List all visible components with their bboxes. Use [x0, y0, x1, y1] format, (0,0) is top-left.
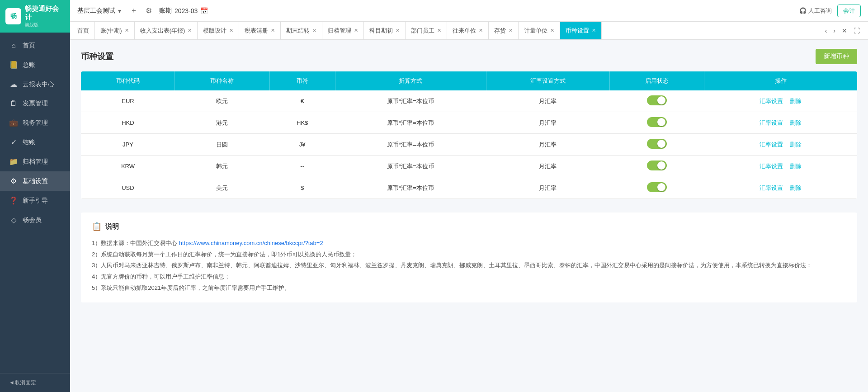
tab-units[interactable]: 往来单位✕ — [447, 22, 489, 39]
enable-toggle-0[interactable] — [647, 95, 667, 105]
cell-code: HKD — [81, 112, 175, 134]
cell-conversion: 原币*汇率=本位币 — [335, 90, 486, 112]
tab-close-currency[interactable]: ✕ — [592, 28, 596, 33]
col-header-启用状态: 启用状态 — [609, 71, 704, 90]
tab-next-button[interactable]: › — [830, 25, 838, 36]
cell-conversion: 原币*汇率=本位币 — [335, 156, 486, 177]
add-tab-button[interactable]: ＋ — [128, 4, 139, 17]
delete-link-3[interactable]: 删除 — [790, 163, 802, 170]
sidebar-item-invoice[interactable]: 🗒 发票管理 — [0, 94, 70, 113]
company-selector[interactable]: 基层工会测试 ▾ — [77, 7, 121, 15]
sidebar-icon-archive: 📁 — [9, 157, 18, 166]
cell-rate-type: 月汇率 — [486, 112, 609, 134]
new-currency-button[interactable]: 新增币种 — [816, 49, 857, 64]
tab-currency[interactable]: 币种设置✕ — [560, 22, 602, 39]
sidebar-icon-guide: ❓ — [9, 196, 18, 205]
tab-period_close[interactable]: 期末结转✕ — [281, 22, 322, 39]
page-title: 币种设置 — [81, 51, 113, 62]
cell-conversion: 原币*汇率=本位币 — [335, 177, 486, 199]
sidebar-item-archive[interactable]: 📁 归档管理 — [0, 152, 70, 171]
tab-unit_measure[interactable]: 计量单位✕ — [519, 22, 560, 39]
tab-nav: ‹ › ✕ ⛶ — [819, 25, 866, 36]
table-row: HKD港元HK$原币*汇率=本位币月汇率 汇率设置 删除 — [81, 112, 857, 134]
sidebar-item-guide[interactable]: ❓ 新手引导 — [0, 191, 70, 210]
calendar-icon[interactable]: 📅 — [200, 7, 208, 14]
cell-conversion: 原币*汇率=本位币 — [335, 134, 486, 156]
main-area: 基层工会测试 ▾ ＋ ⚙ 账期 2023-03 📅 🎧 人工咨询 会计 — [70, 0, 868, 392]
cell-name: 欧元 — [175, 90, 269, 112]
page-header: 币种设置 新增币种 — [81, 49, 857, 64]
notice-item: 2）系统自动获取每月第一个工作日的汇率标价，统一为直接标价法，即1外币可以兑换的… — [92, 249, 846, 260]
sidebar-item-checkout[interactable]: ✓ 结账 — [0, 132, 70, 152]
tab-label-period_close: 期末结转 — [286, 27, 310, 35]
tab-close-stock[interactable]: ✕ — [509, 28, 513, 33]
cell-name: 韩元 — [175, 156, 269, 177]
sidebar-item-tax[interactable]: 💼 税务管理 — [0, 113, 70, 132]
settings-icon[interactable]: ⚙ — [144, 5, 154, 17]
cell-toggle — [609, 134, 704, 156]
tab-close-template[interactable]: ✕ — [229, 28, 233, 33]
col-header-币符: 币符 — [269, 71, 335, 90]
sidebar-label-reports: 云报表中心 — [23, 80, 54, 89]
tab-close-subject[interactable]: ✕ — [396, 28, 400, 33]
tab-income[interactable]: 收入支出表(年报)✕ — [135, 22, 198, 39]
tab-close-all-button[interactable]: ✕ — [839, 25, 850, 36]
col-header-币种名称: 币种名称 — [175, 71, 269, 90]
enable-toggle-3[interactable] — [647, 161, 667, 170]
tab-close-unit_measure[interactable]: ✕ — [550, 28, 554, 33]
accounting-period: 账期 2023-03 📅 — [159, 7, 208, 15]
period-label: 账期 — [159, 7, 172, 15]
tab-close-archive[interactable]: ✕ — [354, 28, 358, 33]
tab-close-tax[interactable]: ✕ — [271, 28, 275, 33]
tab-label-template: 模版设计 — [203, 27, 226, 35]
enable-toggle-2[interactable] — [647, 139, 667, 149]
sidebar-icon-checkout: ✓ — [9, 138, 18, 146]
tab-close-trial[interactable]: ✕ — [125, 28, 129, 33]
notice-icon: 📋 — [92, 222, 102, 231]
tab-subject[interactable]: 科目期初✕ — [364, 22, 406, 39]
tab-close-income[interactable]: ✕ — [188, 28, 192, 33]
cell-symbol: HK$ — [269, 112, 335, 134]
tab-close-period_close[interactable]: ✕ — [312, 28, 316, 33]
rate-settings-link-2[interactable]: 汇率设置 — [760, 141, 783, 148]
delete-link-2[interactable]: 删除 — [790, 141, 802, 148]
support-button[interactable]: 🎧 人工咨询 — [799, 7, 832, 15]
rate-settings-link-3[interactable]: 汇率设置 — [760, 163, 783, 170]
sidebar-item-home[interactable]: ⌂ 首页 — [0, 36, 70, 55]
tab-trial[interactable]: 账(中期)✕ — [95, 22, 135, 39]
delete-link-4[interactable]: 删除 — [790, 184, 802, 191]
sidebar-icon-settings: ⚙ — [9, 177, 18, 185]
tab-prev-button[interactable]: ‹ — [822, 25, 830, 36]
user-role-button[interactable]: 会计 — [837, 5, 861, 17]
app-edition: 旗舰版 — [25, 22, 65, 28]
rate-settings-link-4[interactable]: 汇率设置 — [760, 184, 783, 191]
sidebar-item-reports[interactable]: ☁ 云报表中心 — [0, 75, 70, 94]
tab-archive[interactable]: 归档管理✕ — [322, 22, 364, 39]
rate-settings-link-0[interactable]: 汇率设置 — [760, 98, 783, 104]
tab-dept[interactable]: 部门员工✕ — [406, 22, 447, 39]
sidebar-item-ledger[interactable]: 📒 总账 — [0, 55, 70, 75]
delete-link-0[interactable]: 删除 — [790, 98, 802, 104]
delete-link-1[interactable]: 删除 — [790, 119, 802, 126]
sidebar-item-member[interactable]: ◇ 畅会员 — [0, 210, 70, 230]
cell-toggle — [609, 156, 704, 177]
cell-actions: 汇率设置 删除 — [704, 112, 857, 134]
tab-fullscreen-button[interactable]: ⛶ — [851, 25, 863, 36]
tab-stock[interactable]: 存货✕ — [489, 22, 519, 39]
company-dropdown-icon[interactable]: ▾ — [118, 7, 121, 14]
tab-close-dept[interactable]: ✕ — [437, 28, 441, 33]
topbar: 基层工会测试 ▾ ＋ ⚙ 账期 2023-03 📅 🎧 人工咨询 会计 — [70, 0, 868, 22]
enable-toggle-1[interactable] — [647, 117, 667, 127]
tab-close-units[interactable]: ✕ — [479, 28, 483, 33]
cell-actions: 汇率设置 删除 — [704, 134, 857, 156]
sidebar-label-ledger: 总账 — [23, 61, 35, 69]
tab-template[interactable]: 模版设计✕ — [198, 22, 239, 39]
sidebar-item-settings[interactable]: ⚙ 基础设置 — [0, 171, 70, 191]
sidebar-pin-toggle[interactable]: ◄取消固定 — [0, 373, 70, 392]
tab-home[interactable]: 首页 — [72, 22, 95, 39]
notice-link[interactable]: https://www.chinamoney.com.cn/chinese/bk… — [179, 240, 323, 246]
enable-toggle-4[interactable] — [647, 182, 667, 192]
rate-settings-link-1[interactable]: 汇率设置 — [760, 119, 783, 126]
tab-label-subject: 科目期初 — [369, 27, 393, 35]
tab-tax[interactable]: 税表清册✕ — [239, 22, 281, 39]
